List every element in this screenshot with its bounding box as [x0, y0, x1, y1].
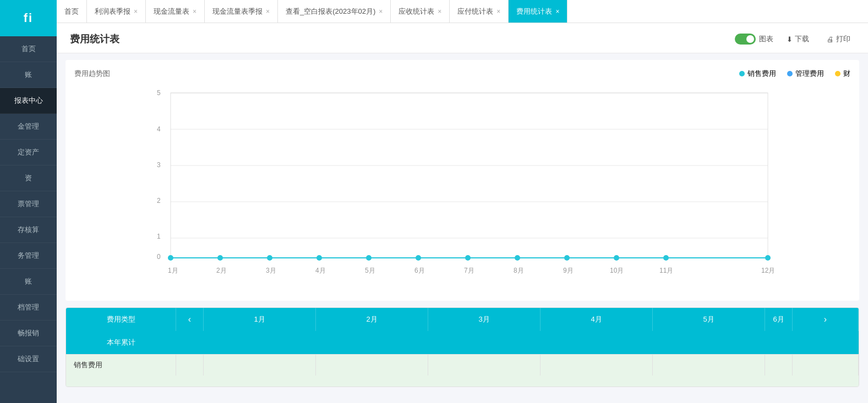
td-m2	[316, 355, 428, 376]
download-label: 下载	[795, 34, 809, 44]
svg-text:12月: 12月	[761, 267, 775, 274]
content-area: 费用统计表 图表 ⬇ 下载 🖨 打印 费用趋势图	[57, 23, 868, 403]
legend-label-finance: 财	[843, 69, 850, 79]
svg-text:0: 0	[157, 253, 161, 261]
svg-text:1月: 1月	[168, 267, 178, 274]
sidebar-item-cash[interactable]: 金管理	[0, 114, 57, 140]
page-actions: 图表 ⬇ 下载 🖨 打印	[735, 32, 855, 46]
sidebar: fi 首页 账 报表中心 金管理 定资产 资 票管理 存核算 务管理 账 档管理…	[0, 0, 57, 403]
svg-point-23	[663, 255, 669, 261]
svg-text:3: 3	[157, 161, 161, 169]
tab-close-payable[interactable]: ×	[496, 8, 500, 15]
print-button[interactable]: 🖨 打印	[822, 32, 855, 46]
tab-receivable[interactable]: 应收统计表 ×	[391, 0, 450, 23]
table-header: 费用类型 ‹ 1月 2月 3月 4月 5月 6月 › 本年累计	[66, 308, 859, 354]
page-header: 费用统计表 图表 ⬇ 下载 🖨 打印	[57, 23, 868, 53]
svg-text:10月: 10月	[610, 267, 624, 274]
legend-dot-admin	[787, 71, 793, 76]
svg-point-16	[316, 255, 322, 261]
tab-bar: 首页 利润表季报 × 现金流量表 × 现金流量表季报 × 查看_空白报表(202…	[57, 0, 868, 23]
tab-expense-stats[interactable]: 费用统计表 ×	[509, 0, 567, 23]
tab-close-receivable[interactable]: ×	[438, 8, 441, 15]
th-m3: 3月	[428, 308, 541, 331]
sidebar-item-invoices[interactable]: 票管理	[0, 191, 57, 217]
svg-text:5: 5	[157, 89, 161, 97]
sidebar-item-home[interactable]: 首页	[0, 36, 57, 62]
tab-close-blank-report[interactable]: ×	[379, 8, 383, 15]
page-title: 费用统计表	[70, 32, 119, 46]
svg-text:2月: 2月	[216, 267, 227, 274]
tab-cashflow-quarterly[interactable]: 现金流量表季报 ×	[205, 0, 278, 23]
chart-svg: 5 4 3 2 1 0	[74, 83, 850, 281]
svg-text:1: 1	[157, 233, 161, 240]
chart-toggle[interactable]	[735, 34, 756, 45]
sidebar-item-reports[interactable]: 报表中心	[0, 88, 57, 114]
chart-legend: 销售费用 管理费用 财	[739, 69, 850, 79]
th-m1: 1月	[204, 308, 316, 331]
download-button[interactable]: ⬇ 下载	[782, 32, 814, 46]
th-next[interactable]: ›	[793, 308, 859, 331]
svg-point-14	[217, 255, 223, 261]
table-row: 销售费用	[66, 354, 859, 387]
sidebar-item-archive[interactable]: 档管理	[0, 295, 57, 321]
chart-container: 5 4 3 2 1 0	[74, 83, 850, 292]
svg-text:3月: 3月	[266, 267, 276, 274]
svg-point-24	[765, 255, 771, 261]
sidebar-logo: fi	[0, 0, 57, 36]
tab-close-cashflow[interactable]: ×	[193, 8, 196, 15]
tab-blank-report[interactable]: 查看_空白报表(2023年02月) ×	[278, 0, 391, 23]
th-type: 费用类型	[66, 308, 176, 331]
print-label: 打印	[836, 34, 850, 44]
th-total: 本年累计	[66, 331, 176, 354]
svg-text:11月: 11月	[659, 267, 673, 274]
legend-sales: 销售费用	[739, 69, 776, 79]
td-type: 销售费用	[66, 355, 176, 376]
td-m6	[765, 355, 793, 376]
legend-finance: 财	[835, 69, 850, 79]
download-icon: ⬇	[787, 35, 793, 43]
td-total	[66, 376, 176, 387]
tab-profit-quarterly[interactable]: 利润表季报 ×	[87, 0, 146, 23]
td-m5	[653, 355, 765, 376]
legend-dot-sales	[739, 71, 745, 76]
sidebar-item-inventory[interactable]: 存核算	[0, 217, 57, 243]
tab-payable[interactable]: 应付统计表 ×	[450, 0, 509, 23]
tab-cashflow[interactable]: 现金流量表 ×	[146, 0, 205, 23]
sidebar-item-ledger[interactable]: 账	[0, 269, 57, 295]
svg-text:6月: 6月	[414, 267, 425, 274]
svg-rect-12	[171, 93, 768, 258]
sidebar-item-services[interactable]: 务管理	[0, 243, 57, 269]
td-m4	[541, 355, 653, 376]
svg-point-19	[465, 255, 471, 261]
main-area: 首页 利润表季报 × 现金流量表 × 现金流量表季报 × 查看_空白报表(202…	[57, 0, 868, 403]
tab-close-profit-quarterly[interactable]: ×	[134, 8, 138, 15]
legend-label-sales: 销售费用	[747, 69, 776, 79]
th-m2: 2月	[316, 308, 428, 331]
chart-toggle-wrap: 图表	[735, 34, 773, 45]
svg-text:9月: 9月	[563, 267, 574, 274]
chart-title: 费用趋势图	[74, 69, 110, 79]
svg-point-18	[416, 255, 421, 261]
tab-close-cashflow-quarterly[interactable]: ×	[266, 8, 270, 15]
print-icon: 🖨	[827, 35, 834, 43]
tab-home[interactable]: 首页	[57, 0, 87, 23]
sidebar-item-settings[interactable]: 础设置	[0, 346, 57, 372]
th-m4: 4月	[541, 308, 653, 331]
th-prev[interactable]: ‹	[176, 308, 204, 331]
sidebar-item-resources[interactable]: 资	[0, 165, 57, 191]
legend-label-admin: 管理费用	[795, 69, 824, 79]
svg-point-13	[168, 255, 173, 261]
svg-text:4月: 4月	[315, 267, 326, 274]
td-arrow-prev	[176, 355, 204, 376]
td-arrow-next	[793, 355, 859, 376]
svg-point-17	[366, 255, 372, 261]
sidebar-item-assets[interactable]: 定资产	[0, 140, 57, 165]
svg-text:2: 2	[157, 197, 161, 205]
sidebar-item-account[interactable]: 账	[0, 62, 57, 88]
tab-close-expense-stats[interactable]: ×	[555, 8, 559, 15]
sidebar-item-expense[interactable]: 畅报销	[0, 321, 57, 346]
svg-point-21	[564, 255, 570, 261]
th-m6: 6月	[765, 308, 793, 331]
svg-point-15	[267, 255, 272, 261]
legend-admin: 管理费用	[787, 69, 824, 79]
